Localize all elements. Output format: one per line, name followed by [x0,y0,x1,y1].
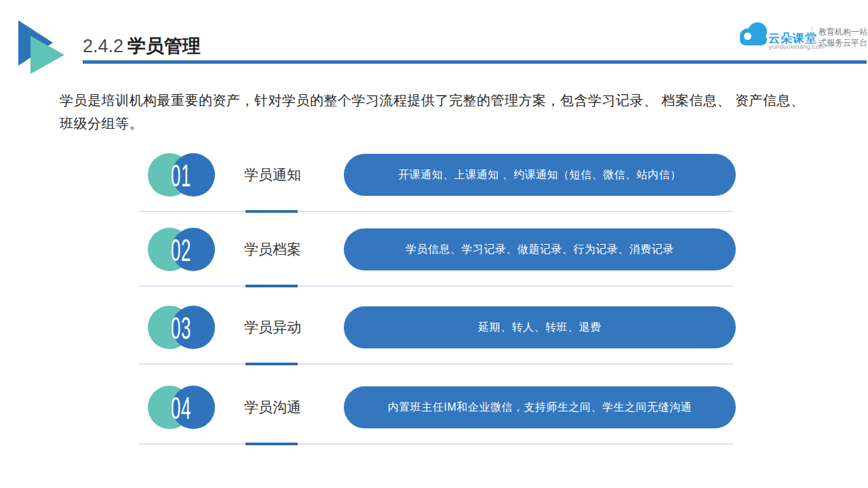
section-title: 学员管理 [127,36,201,56]
row-divider-accent [245,210,298,213]
badge-number: 01 [168,159,195,191]
section-number: 2.4.2 [83,36,123,56]
feature-description-pill: 延期、转人、转班、退费 [344,306,736,348]
feature-description-pill: 开课通知、上课通知 、约课通知（短信、微信、站内信） [344,154,736,196]
feature-row-2: 02 学员档案 学员信息、学习记录、做题记录、行为记录、消费记录 [139,228,734,270]
feature-description-pill: 内置班主任IM和企业微信，支持师生之间、学生之间无缝沟通 [344,386,736,428]
row-divider-accent [245,285,298,287]
row-divider-accent [245,443,298,445]
brand-lockup: 云朵课堂 yunduoketang.com 教育机构一站 式服务云平台 [739,19,868,58]
row-divider [139,443,733,445]
page-title: 2.4.2学员管理 [83,35,201,57]
number-badge: 01 [148,153,216,197]
brand-tagline: 教育机构一站 式服务云平台 [818,26,867,48]
row-divider [139,363,733,365]
feature-row-1: 01 学员通知 开课通知、上课通知 、约课通知（短信、微信、站内信） [139,154,734,196]
number-badge: 03 [148,306,216,349]
row-divider [139,285,733,287]
badge-number: 03 [168,312,195,344]
brand-domain: yunduoketang.com [769,43,825,50]
row-divider [139,211,733,212]
brand-tagline-line2: 式服务云平台 [818,37,867,48]
title-underline [83,60,867,64]
cloud-logo-icon [739,21,768,47]
feature-label: 学员沟通 [244,398,301,417]
feature-label: 学员档案 [244,240,301,259]
slide-page: 2.4.2学员管理 云朵课堂 yunduoketang.com 教育机构一站 式… [0,0,868,488]
play-triangles-icon [16,18,71,75]
row-divider-accent [245,363,298,365]
feature-label: 学员通知 [244,165,301,184]
feature-description-pill: 学员信息、学习记录、做题记录、行为记录、消费记录 [344,228,736,270]
badge-number: 02 [168,234,195,266]
feature-label: 学员异动 [244,318,301,337]
number-badge: 02 [148,228,216,271]
feature-row-3: 03 学员异动 延期、转人、转班、退费 [139,306,734,348]
brand-divider [812,26,812,49]
badge-number: 04 [168,392,195,424]
feature-row-4: 04 学员沟通 内置班主任IM和企业微信，支持师生之间、学生之间无缝沟通 [139,386,734,428]
intro-paragraph: 学员是培训机构最重要的资产，针对学员的整个学习流程提供了完整的管理方案，包含学习… [60,89,826,135]
brand-tagline-line1: 教育机构一站 [818,26,867,37]
number-badge: 04 [148,386,216,429]
